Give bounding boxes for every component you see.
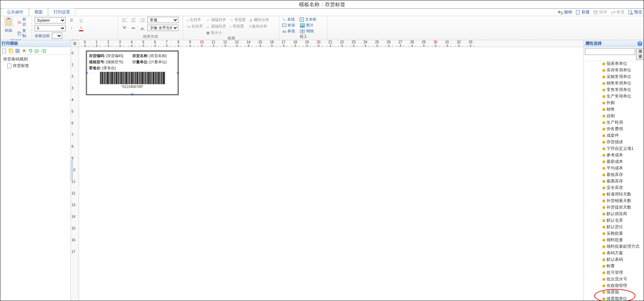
align-normal-select[interactable]: 常规 (147, 17, 178, 23)
property-item[interactable]: 标准周转天数 (585, 191, 642, 198)
field-inv-code-value[interactable]: [存货编码] (106, 53, 123, 58)
italic-button[interactable]: I (68, 25, 75, 32)
help-icon[interactable]: ? (637, 41, 642, 46)
preview-button[interactable]: 预览 (628, 9, 642, 15)
property-item[interactable]: 领料批量处理方式 (585, 243, 642, 250)
insert-line[interactable]: ＼直线 (282, 17, 295, 22)
property-item[interactable]: 存货描述 (585, 139, 642, 145)
property-item[interactable]: 默认仓库 (585, 217, 642, 224)
copy-button[interactable]: 复制 (18, 28, 29, 38)
property-item[interactable]: 生产耗用 (585, 119, 642, 126)
align-right-button[interactable] (138, 17, 146, 24)
export-green-button[interactable] (34, 48, 40, 54)
property-item[interactable]: 销售 (585, 106, 642, 113)
property-item[interactable]: 库存常用单位 (585, 67, 642, 74)
property-item[interactable]: 补货销量天数 (585, 198, 642, 204)
property-item[interactable]: 销售常用单位 (585, 80, 642, 87)
property-item[interactable]: 自制 (585, 113, 642, 119)
table-border-select[interactable] (52, 33, 62, 39)
property-item[interactable]: 采购常用单位 (585, 74, 642, 80)
property-item[interactable]: 安全库存 (585, 185, 642, 191)
layout-eq-height[interactable]: ↕等高度 (229, 23, 246, 29)
property-item[interactable]: 成套件 (585, 132, 642, 139)
property-item[interactable]: 采购批量 (585, 230, 642, 237)
paste-button[interactable]: 粘贴 (3, 17, 14, 33)
import-template-button[interactable] (14, 48, 21, 54)
valign-middle-button[interactable] (130, 25, 137, 32)
property-item[interactable]: 最低库存 (585, 171, 642, 178)
save-button[interactable]: 保存 (593, 9, 607, 15)
valign-top-button[interactable] (121, 25, 128, 32)
menu-public-ops[interactable]: 公共操作 (2, 8, 29, 16)
property-item[interactable]: 保质期 (585, 289, 642, 296)
property-item[interactable]: 字符自定义项1 (585, 145, 642, 152)
layout-right-align[interactable]: ⫤右对齐 (186, 23, 203, 29)
layout-left-align[interactable]: ⫞左对齐 (186, 17, 203, 23)
layout-v-dist[interactable]: ⫴纵向分布 (248, 23, 270, 29)
field-retail-price-value[interactable]: [零售价] (102, 66, 116, 71)
property-item[interactable]: 有效期管理 (585, 282, 642, 289)
resize-handle-bottom[interactable] (131, 93, 133, 96)
field-unit-value[interactable]: [计量单位] (149, 59, 167, 65)
tree-item-inventory-label[interactable]: 存货标签 (2, 63, 68, 69)
property-item[interactable]: 默认条码 (585, 256, 642, 263)
property-item[interactable]: 保质期单位 (585, 296, 642, 301)
font-family-select[interactable]: System (35, 17, 66, 23)
align-center-button[interactable] (130, 17, 137, 24)
property-item[interactable]: 零售常用单位 (585, 87, 642, 93)
insert-textbox[interactable]: A文本框 (300, 17, 317, 22)
property-item[interactable]: 参考成本 (585, 152, 642, 158)
field-inv-name-value[interactable]: [存货名称] (149, 53, 167, 58)
property-item[interactable]: 外购 (585, 100, 642, 106)
canvas-viewport[interactable]: 存货编码:[存货编码] 存货名称:[存货名称] 规格型号:[规格型号] 计量单位… (79, 47, 584, 301)
bold-button[interactable]: B (68, 17, 75, 24)
valign-bottom-button[interactable] (138, 25, 146, 32)
property-item[interactable]: 批次流水号 (585, 276, 642, 282)
property-search-button[interactable]: 搜索 (636, 48, 644, 60)
property-item[interactable]: 默认货位 (585, 224, 642, 230)
restore-button[interactable]: 恢复 (611, 9, 625, 15)
undo-button[interactable]: 撤销 (558, 9, 572, 15)
import-green-button[interactable] (41, 48, 47, 54)
delete-template-button[interactable]: ✕ (21, 48, 27, 54)
layout-top-align[interactable]: ⫟顶端对齐 (206, 17, 227, 23)
layout-eq-width[interactable]: ↔等宽度 (229, 17, 246, 23)
layout-bottom-align[interactable]: ⫠底端对齐 (206, 23, 227, 29)
property-item[interactable]: 劳务费用 (585, 126, 642, 132)
refresh-button[interactable] (27, 48, 34, 54)
cut-button[interactable]: 剪切 (18, 17, 29, 27)
insert-image[interactable]: 图片 (300, 23, 314, 28)
field-spec-value[interactable]: [规格型号] (106, 59, 123, 65)
new-button[interactable]: 新建 (576, 9, 590, 15)
property-item[interactable]: 最高库存 (585, 178, 642, 185)
font-size-select[interactable]: 5 (35, 25, 66, 31)
property-item[interactable]: 平均成本 (585, 165, 642, 171)
layout-eq-size[interactable]: ▣等大小 (206, 30, 227, 36)
property-search-input[interactable] (585, 48, 635, 55)
property-item[interactable]: 批号管理 (585, 269, 642, 276)
layout-h-dist[interactable]: ⫼横向分布 (248, 17, 270, 23)
font-color-button[interactable]: A (77, 25, 85, 32)
property-item[interactable]: 最新成本 (585, 158, 642, 165)
insert-detail[interactable]: 明细 (300, 29, 314, 34)
font-horiz-select[interactable]: 字体 水平方向 (147, 25, 178, 31)
property-item[interactable]: 生产常用单位 (585, 93, 642, 100)
insert-rect[interactable]: 矩形 (282, 23, 295, 28)
left-collapse-handle[interactable] (71, 160, 73, 181)
property-item[interactable]: 报表单单位 (585, 61, 642, 67)
label-design-box[interactable]: 存货编码:[存货编码] 存货名称:[存货名称] 规格型号:[规格型号] 计量单位… (86, 51, 179, 95)
underline-button[interactable]: U (77, 17, 85, 24)
property-item[interactable]: 领料批量 (585, 237, 642, 243)
property-item[interactable]: 条码方案 (585, 250, 642, 256)
new-template-button[interactable] (1, 48, 8, 54)
property-item[interactable]: 称重 (585, 263, 642, 269)
resize-handle-left[interactable] (86, 72, 88, 74)
align-left-button[interactable] (121, 17, 128, 24)
property-list[interactable]: 报表单单位库存常用单位采购常用单位销售常用单位零售常用单位生产常用单位外购销售自… (584, 61, 644, 301)
barcode-field[interactable]: *0123456789* (89, 72, 176, 89)
insert-label[interactable]: Aa标签 (282, 29, 295, 34)
tree-item-barcode-rule[interactable]: 存货条码规则 (2, 56, 68, 63)
menu-print-settings[interactable]: 打印设置 (48, 8, 75, 16)
resize-handle-right[interactable] (177, 72, 179, 74)
copy-template-button[interactable] (8, 48, 14, 54)
